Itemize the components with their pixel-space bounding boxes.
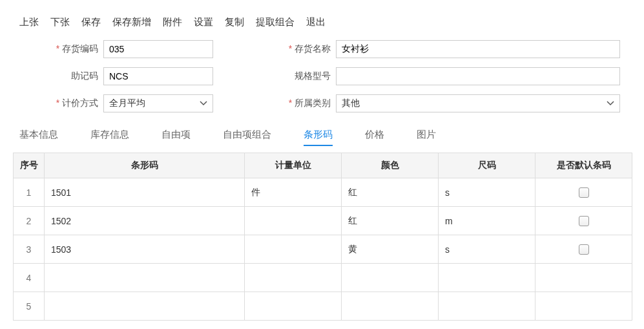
header-index: 序号 [14,153,45,178]
cell-barcode[interactable] [45,264,245,292]
cell-index: 2 [14,207,45,235]
table-row[interactable]: 1 1501 件 红 s [14,178,632,207]
cell-index: 5 [14,292,45,321]
cell-color[interactable]: 红 [342,207,439,235]
chevron-down-icon [200,101,207,106]
cell-unit[interactable]: 件 [245,178,342,207]
cell-index: 4 [14,264,45,292]
pricing-method-label: 计价方式 [19,98,103,109]
cell-unit[interactable] [245,292,342,321]
cell-unit[interactable] [245,235,342,264]
tab-free-item[interactable]: 自由项 [161,129,191,146]
save-button[interactable]: 保存 [81,16,101,28]
cell-color[interactable] [342,264,439,292]
chevron-down-icon [607,101,614,106]
tab-basic[interactable]: 基本信息 [19,129,58,146]
tab-free-combo[interactable]: 自由项组合 [223,129,271,146]
pricing-method-value: 全月平均 [109,98,145,109]
next-button[interactable]: 下张 [50,16,70,28]
cell-default [535,178,632,207]
tab-inventory[interactable]: 库存信息 [90,129,129,146]
inventory-name-label: 存货名称 [252,43,336,55]
cell-barcode[interactable]: 1501 [45,178,245,207]
spec-input[interactable] [336,67,620,85]
cell-color[interactable]: 黄 [342,235,439,264]
cell-default[interactable] [535,292,632,321]
cell-unit[interactable] [245,264,342,292]
inventory-code-input[interactable] [103,40,213,58]
copy-button[interactable]: 复制 [225,16,244,28]
category-value: 其他 [342,98,360,109]
cell-size[interactable] [439,292,535,321]
mnemonic-field: 助记码 [19,67,213,85]
header-unit: 计量单位 [245,153,342,178]
category-select[interactable]: 其他 [336,94,620,112]
cell-size[interactable] [439,264,535,292]
header-size: 尺码 [439,153,535,178]
table-row[interactable]: 3 1503 黄 s [14,235,632,264]
inventory-name-input[interactable] [336,40,620,58]
tab-image[interactable]: 图片 [417,129,436,146]
tab-bar: 基本信息 库存信息 自由项 自由项组合 条形码 价格 图片 [13,129,631,153]
cell-unit[interactable] [245,207,342,235]
save-new-button[interactable]: 保存新增 [112,16,151,28]
tab-barcode[interactable]: 条形码 [304,129,333,146]
form-row-3: 计价方式 全月平均 所属类别 其他 [19,94,625,112]
mnemonic-label: 助记码 [19,70,103,82]
cell-color[interactable] [342,292,439,321]
extract-combo-button[interactable]: 提取组合 [256,16,295,28]
header-barcode: 条形码 [45,153,245,178]
exit-button[interactable]: 退出 [306,16,326,28]
cell-index: 1 [14,178,45,207]
header-default: 是否默认条码 [535,153,632,178]
form-area: 存货编码 存货名称 助记码 规格型号 计价方式 全月平均 [13,40,631,129]
cell-color[interactable]: 红 [342,178,439,207]
cell-default[interactable] [535,264,632,292]
pricing-method-select[interactable]: 全月平均 [103,94,213,112]
inventory-name-field: 存货名称 [252,40,620,58]
header-color: 颜色 [342,153,439,178]
category-label: 所属类别 [252,98,336,109]
attachment-button[interactable]: 附件 [163,16,182,28]
inventory-code-field: 存货编码 [19,40,213,58]
cell-barcode[interactable]: 1503 [45,235,245,264]
pricing-method-field: 计价方式 全月平均 [19,94,213,112]
table-row-empty[interactable]: 4 [14,264,632,292]
table-row[interactable]: 2 1502 红 m [14,207,632,235]
category-field: 所属类别 其他 [252,94,620,112]
cell-size[interactable]: s [439,235,535,264]
tab-price[interactable]: 价格 [365,129,384,146]
table-row-empty[interactable]: 5 [14,292,632,321]
cell-size[interactable]: m [439,207,535,235]
default-checkbox[interactable] [579,244,589,255]
toolbar: 上张 下张 保存 保存新增 附件 设置 复制 提取组合 退出 [13,10,631,40]
cell-barcode[interactable] [45,292,245,321]
cell-index: 3 [14,235,45,264]
mnemonic-input[interactable] [103,67,213,85]
form-row-1: 存货编码 存货名称 [19,40,625,58]
barcode-table: 序号 条形码 计量单位 颜色 尺码 是否默认条码 1 1501 件 红 s 2 … [13,153,632,321]
cell-barcode[interactable]: 1502 [45,207,245,235]
inventory-code-label: 存货编码 [19,43,103,55]
spec-field: 规格型号 [252,67,620,85]
spec-label: 规格型号 [252,70,336,82]
cell-default [535,235,632,264]
table-header-row: 序号 条形码 计量单位 颜色 尺码 是否默认条码 [14,153,632,178]
form-row-2: 助记码 规格型号 [19,67,625,85]
default-checkbox[interactable] [579,187,589,198]
cell-default [535,207,632,235]
settings-button[interactable]: 设置 [194,16,213,28]
default-checkbox[interactable] [579,216,589,226]
cell-size[interactable]: s [439,178,535,207]
prev-button[interactable]: 上张 [19,16,39,28]
